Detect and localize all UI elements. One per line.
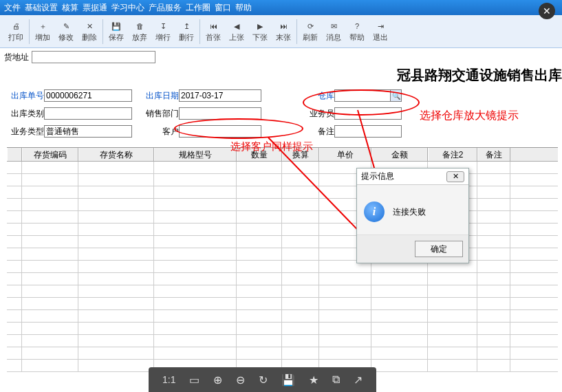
table-row[interactable] (7, 298, 558, 310)
table-row[interactable] (7, 310, 558, 323)
first-icon: ⏮ (206, 20, 220, 32)
outdate-input[interactable] (179, 89, 261, 102)
menu-product[interactable]: 产品服务 (149, 2, 182, 14)
toolbar-addrow-button[interactable]: ↧增行 (153, 17, 173, 46)
next-icon: ▶ (253, 20, 267, 32)
toolbar-prev-button[interactable]: ◀上张 (226, 17, 247, 46)
dialog-ok-button[interactable]: 确定 (415, 241, 463, 257)
zoomout-icon[interactable]: ⊖ (236, 373, 245, 386)
toolbar-help-button[interactable]: ?帮助 (347, 17, 367, 46)
toolbar-discard-button[interactable]: 🗑放弃 (129, 17, 150, 46)
fit-icon[interactable]: ▭ (189, 373, 199, 386)
rotate-icon[interactable]: ↻ (259, 373, 268, 386)
salesman-label: 业务员 (307, 108, 334, 120)
annotation-customer-tip: 选择客户同样提示 (230, 140, 313, 153)
address-bar: 货地址 (0, 48, 562, 66)
toolbar-print-button[interactable]: 🖨打印 (6, 17, 26, 46)
last-icon: ⏭ (277, 20, 290, 32)
close-button[interactable]: ✕ (539, 3, 555, 19)
table-row[interactable] (7, 347, 558, 360)
toolbar-delrow-button[interactable]: ↥删行 (176, 17, 197, 46)
zoomin-icon[interactable]: ⊕ (213, 373, 222, 386)
prev-icon: ◀ (230, 20, 244, 32)
dialog-close-button[interactable]: ✕ (446, 171, 464, 182)
menu-help[interactable]: 帮助 (235, 2, 252, 14)
toolbar-exit-button[interactable]: ⇥退出 (370, 17, 391, 46)
toolbar-save-button[interactable]: 💾保存 (106, 17, 127, 46)
note-label: 备注 (307, 126, 334, 138)
table-row[interactable] (7, 162, 558, 174)
table-row[interactable] (7, 261, 558, 273)
table-row[interactable] (7, 335, 558, 347)
add-icon: ＋ (36, 20, 50, 32)
toolbar-first-button[interactable]: ⏮首张 (203, 17, 224, 46)
menu-basic[interactable]: 基础设置 (25, 2, 58, 14)
magnify-icon[interactable]: 🔍 (390, 90, 401, 101)
customer-input[interactable] (179, 125, 261, 138)
menu-bill[interactable]: 票据通 (83, 2, 107, 14)
delrow-icon: ↥ (180, 20, 193, 32)
discard-icon: 🗑 (133, 20, 147, 32)
table-row[interactable] (7, 323, 558, 335)
col-header[interactable]: 备注2 (428, 148, 477, 161)
table-row[interactable] (7, 285, 558, 298)
copy-icon[interactable]: ⧉ (332, 373, 340, 386)
saledept-label: 销售部门 (142, 108, 179, 120)
delete-icon: ✕ (83, 20, 96, 32)
dialog-title: 提示信息 (361, 171, 394, 182)
addrow-icon: ↧ (156, 20, 170, 32)
saledept-input[interactable] (179, 107, 261, 120)
biztype-input[interactable] (44, 125, 132, 138)
help-icon: ? (350, 20, 364, 32)
toolbar-delete-button[interactable]: ✕删除 (79, 17, 100, 46)
biztype-label: 业务类型 (7, 126, 44, 138)
col-header[interactable]: 存货编码 (22, 148, 78, 161)
save-icon: 💾 (109, 20, 123, 32)
menu-acct[interactable]: 核算 (62, 2, 78, 14)
table-row[interactable] (7, 174, 558, 186)
data-grid[interactable]: 存货编码存货名称规格型号数量换算单价金额备注2备注 (7, 147, 558, 372)
annotation-warehouse-tip: 选择仓库放大镜提示 (420, 109, 519, 123)
outtype-label: 出库类别 (7, 108, 44, 120)
save-icon[interactable]: 💾 (281, 373, 295, 386)
menu-file[interactable]: 文件 (4, 2, 21, 14)
toolbar-edit-button[interactable]: ✎修改 (56, 17, 76, 46)
table-row[interactable] (7, 224, 558, 236)
warehouse-label: 仓库 (307, 90, 334, 102)
message-dialog: 提示信息 ✕ i 连接失败 确定 (356, 168, 469, 263)
outtype-input[interactable] (44, 107, 132, 120)
customer-label: 客户 (142, 126, 179, 138)
col-header[interactable]: 规格型号 (154, 148, 237, 161)
table-row[interactable] (7, 211, 558, 224)
col-header[interactable]: 单价 (319, 148, 371, 161)
salesman-input[interactable] (334, 107, 402, 120)
table-row[interactable] (7, 273, 558, 285)
menu-window[interactable]: 窗口 (215, 2, 231, 14)
table-row[interactable] (7, 199, 558, 211)
table-row[interactable] (7, 236, 558, 248)
toolbar-add-button[interactable]: ＋增加 (32, 17, 53, 46)
toolbar: 🖨打印＋增加✎修改✕删除💾保存🗑放弃↧增行↥删行⏮首张◀上张▶下张⏭末张⟳刷新✉… (0, 15, 562, 48)
menu-work[interactable]: 工作圈 (186, 2, 210, 14)
col-header[interactable]: 金额 (371, 148, 428, 161)
col-header[interactable] (7, 148, 22, 161)
share-icon[interactable]: ↗ (354, 373, 363, 386)
col-header[interactable]: 备注 (477, 148, 510, 161)
outno-label: 出库单号 (7, 90, 44, 102)
table-row[interactable] (7, 186, 558, 199)
msg-icon: ✉ (327, 20, 341, 32)
toolbar-refresh-button[interactable]: ⟳刷新 (300, 17, 321, 46)
toolbar-msg-button[interactable]: ✉消息 (323, 17, 344, 46)
note-input[interactable] (334, 125, 402, 138)
toolbar-last-button[interactable]: ⏭末张 (273, 17, 294, 46)
star-icon[interactable]: ★ (309, 373, 318, 386)
menu-learn[interactable]: 学习中心 (111, 2, 144, 14)
outno-input[interactable] (44, 89, 132, 102)
toolbar-next-button[interactable]: ▶下张 (250, 17, 270, 46)
address-input[interactable] (32, 51, 155, 63)
col-header[interactable]: 存货名称 (78, 148, 154, 161)
zoom-ratio: 1:1 (162, 374, 175, 385)
image-viewer-toolbar: 1:1 ▭ ⊕ ⊖ ↻ 💾 ★ ⧉ ↗ (149, 367, 376, 392)
dialog-message: 连接失败 (393, 206, 426, 218)
table-row[interactable] (7, 248, 558, 261)
